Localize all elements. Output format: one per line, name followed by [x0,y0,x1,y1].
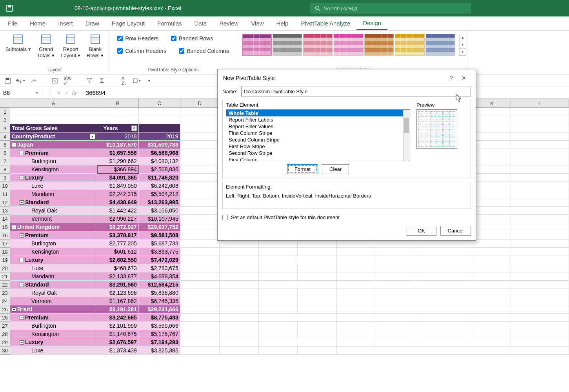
cell[interactable] [259,347,298,355]
cell[interactable] [415,322,473,330]
row-header-1[interactable]: 1 [0,108,10,116]
element-item[interactable]: First Column Stripe [226,130,410,136]
cell[interactable] [337,289,376,297]
cell[interactable] [473,330,511,338]
cell[interactable] [415,256,473,264]
cell[interactable] [220,256,259,264]
cell[interactable] [337,338,376,347]
fx-icon[interactable]: fx [72,90,76,96]
pivot-row-label[interactable]: −Premium [10,231,97,240]
cell[interactable] [473,182,511,190]
cell[interactable] [511,264,569,272]
check-banded-columns[interactable]: Banded Columns [179,48,229,54]
pivot-value[interactable]: $2,508,836 [139,165,180,174]
cell[interactable] [180,314,220,322]
cell[interactable] [337,240,376,248]
pivot-value[interactable]: $7,472,029 [139,256,180,264]
pivot-value[interactable]: $1,657,556 [97,149,139,157]
tab-formulas[interactable]: Formulas [151,16,188,30]
cell[interactable] [511,132,569,141]
table-element-list[interactable]: Whole TableReport Filter LabelsReport Fi… [226,109,410,161]
pivot-header[interactable] [139,124,180,132]
pivot-value[interactable]: $3,825,385 [139,347,180,355]
style-name-input[interactable] [241,87,471,96]
pivot-value[interactable]: $8,775,433 [139,314,180,322]
row-header-3[interactable]: 3 [0,124,10,132]
pivot-value[interactable]: $12,584,215 [139,281,180,289]
cell[interactable] [511,207,569,215]
cell[interactable] [511,289,569,297]
col-header-D[interactable]: D [180,99,220,107]
cell[interactable] [220,248,259,256]
col-header-C[interactable]: C [139,99,180,107]
cell[interactable] [220,347,259,355]
cell[interactable] [180,338,220,347]
element-item[interactable]: Second Column Stripe [226,136,410,143]
cell[interactable] [259,322,298,330]
cell[interactable] [415,264,473,272]
tab-draw[interactable]: Draw [79,16,105,30]
pivot-value[interactable]: $10,107,945 [139,215,180,223]
cell[interactable] [298,289,337,297]
cell[interactable] [180,215,220,223]
row-header-24[interactable]: 24 [0,297,10,305]
row-header-25[interactable]: 25 [0,305,10,314]
cell[interactable] [473,347,511,355]
cell[interactable] [180,248,220,256]
search-box[interactable]: Search (Alt+Q) [310,3,471,14]
pivot-value[interactable]: $5,504,212 [139,190,180,198]
cell[interactable] [473,116,511,124]
cell[interactable] [473,132,511,141]
cell[interactable] [376,256,415,264]
cell[interactable] [511,124,569,132]
row-header-20[interactable]: 20 [0,264,10,272]
style-thumb-6[interactable] [425,34,455,56]
style-thumb-0[interactable] [242,34,272,56]
row-header-27[interactable]: 27 [0,322,10,330]
autosave-icon[interactable] [3,2,16,15]
cell[interactable] [511,338,569,347]
undo-button[interactable]: ▾ [16,76,25,85]
pivot-row-label[interactable]: Luxe [10,264,97,272]
cell[interactable] [511,157,569,165]
pivot-value[interactable]: $5,838,880 [139,289,180,297]
pivot-value[interactable]: $2,777,205 [97,240,139,248]
cell[interactable] [180,347,220,355]
pivot-value[interactable]: $2,996,227 [97,215,139,223]
pivot-year2[interactable]: 2019 [139,132,180,141]
pivot-year1[interactable]: 2018 [97,132,139,141]
tab-page-layout[interactable]: Page Layout [105,16,151,30]
cell[interactable] [298,281,337,289]
pivot-value[interactable]: $3,378,817 [97,231,139,240]
cell[interactable] [180,165,220,174]
row-header-23[interactable]: 23 [0,289,10,297]
cell[interactable] [180,297,220,305]
row-header-7[interactable]: 7 [0,157,10,165]
cell[interactable] [376,322,415,330]
element-item[interactable]: Whole Table [226,110,410,116]
tab-review[interactable]: Review [213,16,245,30]
close-icon[interactable]: ✕ [458,73,470,83]
cell[interactable] [180,182,220,190]
pivot-value[interactable]: $5,687,733 [139,240,180,248]
pivot-header-sales[interactable]: Total Gross Sales [10,124,97,132]
element-item[interactable]: Report Filter Labels [226,116,410,123]
row-header-15[interactable]: 15 [0,223,10,231]
cell[interactable] [180,190,220,198]
cell[interactable] [220,240,259,248]
cell[interactable] [298,256,337,264]
cell[interactable] [511,314,569,322]
pivot-value[interactable]: $2,602,550 [97,256,139,264]
cell[interactable] [376,240,415,248]
pivot-value[interactable]: $1,140,675 [97,330,139,338]
pivot-value[interactable]: $29,231,666 [139,305,180,314]
cell[interactable] [337,305,376,314]
cell[interactable] [337,281,376,289]
cell[interactable] [473,338,511,347]
cell[interactable] [259,338,298,347]
tab-pivottable-analyze[interactable]: PivotTable Analyze [294,16,356,30]
cell[interactable] [337,248,376,256]
cell[interactable] [376,297,415,305]
cell[interactable] [337,264,376,272]
cell[interactable] [376,330,415,338]
